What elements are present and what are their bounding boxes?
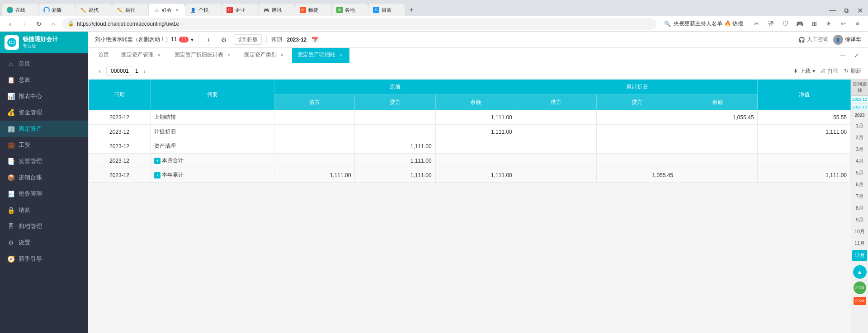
period-month-1月[interactable]: 1月 [851,120,868,132]
tab-label-7: 企业 [235,7,245,14]
period-month-4月[interactable]: 4月 [851,155,868,167]
sidebar-item-payroll[interactable]: 💼 工资 [0,137,88,153]
sidebar-item-general-ledger[interactable]: 📋 总账 [0,72,88,88]
cell-summary-0: 上期结转 [151,110,274,125]
tab-close-5[interactable]: × [174,7,180,13]
switch-version-button[interactable]: 切到旧版 [234,34,262,45]
th-accum-debit: 借方 [516,95,596,110]
brightness-icon[interactable]: ☀ [823,18,835,30]
sidebar-item-funds[interactable]: 💰 资金管理 [0,104,88,121]
period-month-5月[interactable]: 5月 [851,167,868,179]
period-month-8月[interactable]: 8月 [851,202,868,214]
forward-button[interactable]: › [19,19,30,29]
browser-tab-4[interactable]: ✏️ 易代 [112,4,148,16]
support-label: 人工咨询 [807,36,829,43]
sidebar-item-home[interactable]: ⌂ 首页 [0,56,88,72]
ledger-icon: 📋 [7,76,15,84]
app-tab-bar: 首页 固定资产管理 × 固定资产折旧统计表 × 固定资产类别 × 固定资产明细账… [88,48,868,63]
company-selector[interactable]: 刘小艳演示账套（勿删勿动！）11 11 ▾ [95,36,193,43]
period-month-9月[interactable]: 9月 [851,214,868,226]
browser-tab-11[interactable]: S 目前 [368,4,405,16]
browser-tab-8[interactable]: 🎮 腾讯 [259,4,295,16]
reload-button[interactable]: ↻ [33,19,44,29]
sidebar-item-close[interactable]: 🔒 结账 [0,202,88,218]
grid-icon[interactable]: ⊞ [808,18,820,30]
sidebar-item-archive[interactable]: 🗄 归档管理 [0,218,88,235]
translate-icon[interactable]: 译 [765,18,777,30]
period-month-3月[interactable]: 3月 [851,144,868,155]
menu-icon[interactable]: ≡ [852,18,863,30]
browser-tab-5[interactable]: ☁️ 好会 × [149,4,185,16]
sidebar-item-invoice[interactable]: 📑 发票管理 [0,153,88,169]
extension-icon[interactable]: 🛡 [779,18,791,30]
tab-home[interactable]: 首页 [93,48,114,63]
browser-tab-2[interactable]: 📄 新版 [39,4,75,16]
add-company-button[interactable]: + [203,34,214,45]
browser-tab-9[interactable]: M 畅捷 [295,4,331,16]
period-month-7月[interactable]: 7月 [851,191,868,202]
cell-orig-credit-3: 1,111.00 [355,154,435,168]
period-month-6月[interactable]: 6月 [851,179,868,191]
period-month-2月[interactable]: 2月 [851,132,868,144]
minimize-pane-button[interactable]: — [838,51,848,61]
next-record-button[interactable]: › [140,66,150,76]
new-tab-button[interactable]: + [405,4,418,16]
support-button[interactable]: 🎧 人工咨询 [798,36,829,43]
prev-record-button[interactable]: ‹ [95,66,105,76]
sidebar-item-fixed-assets[interactable]: 🏢 固定资产 [0,121,88,137]
username-text: 徐译华 [845,36,861,43]
period-month-10月[interactable]: 10月 [851,226,868,238]
tab-favicon-11: S [373,7,379,13]
scroll-up-button[interactable]: ▲ [853,265,867,279]
sidebar-item-guide[interactable]: 🧭 新手引导 [0,251,88,267]
calendar-icon[interactable]: 📅 [311,37,318,43]
maximize-pane-button[interactable]: ⤢ [851,51,861,61]
sidebar-item-settings[interactable]: ⚙ 设置 [0,235,88,251]
browser-tab-3[interactable]: ✏️ 易代 [75,4,112,16]
window-minimize[interactable]: — [827,5,839,16]
tab-fixed-asset-depreciation-close[interactable]: × [226,52,232,58]
tab-fixed-asset-mgmt[interactable]: 固定资产管理 × [116,48,168,63]
browser-tab-1[interactable]: 🌐 在线 [2,4,38,16]
funds-icon: 💰 [7,108,15,117]
window-close[interactable]: ✕ [854,5,866,16]
cell-accum-debit-2 [516,139,596,154]
print-button[interactable]: 🖨 打印 [821,67,839,75]
sidebar-item-tax[interactable]: 🧾 税务管理 [0,186,88,202]
refresh-button[interactable]: ↻ 刷新 [844,67,861,75]
history-icon[interactable]: ↩ [837,18,849,30]
sidebar-edition: 专业版 [23,43,58,49]
cell-orig-credit-2: 1,111.00 [355,139,435,154]
tab-fixed-asset-depreciation[interactable]: 固定资产折旧统计表 × [169,48,237,63]
sidebar-item-inventory[interactable]: 📦 进销台账 [0,169,88,186]
window-restore[interactable]: ⧉ [840,5,852,16]
browser-tab-6[interactable]: 👤 个税 [185,4,222,16]
browser-tab-10[interactable]: ⊞ 各地 [332,4,368,16]
period-month-12月[interactable]: 12月 [852,250,867,261]
settings-company-button[interactable]: ⚙ [218,34,229,45]
browser-tab-bar: 🌐 在线 📄 新版 ✏️ 易代 ✏️ 易代 ☁️ 好会 × 👤 个税 C 企业 [0,0,868,16]
home-button[interactable]: ⌂ [48,19,59,29]
tab-fixed-asset-detail-close[interactable]: × [338,52,344,58]
sidebar-item-reports[interactable]: 📊 报表中心 [0,88,88,104]
tab-fixed-asset-category-close[interactable]: × [279,52,285,58]
tab-fixed-asset-category[interactable]: 固定资产类别 × [239,48,291,63]
back-button[interactable]: ‹ [5,19,15,29]
browser-tab-7[interactable]: C 企业 [222,4,258,16]
year-badge-2023[interactable]: 2023 [854,281,866,294]
record-id-input[interactable] [106,66,133,76]
tab-window-controls: — ⤢ [838,51,863,61]
download-button[interactable]: ⬇ 下载 ▾ [793,67,815,75]
period-month-11月[interactable]: 11月 [851,238,868,249]
tab-fixed-asset-mgmt-close[interactable]: × [156,52,162,58]
sidebar: CJ 畅捷通好会计 专业版 ⌂ 首页 📋 总账 📊 报表中心 💰 资金管理 [0,32,88,333]
cut-icon[interactable]: ✂ [750,18,762,30]
period-month-2023[interactable]: 2023 [851,111,868,120]
download-icon: ⬇ [793,68,798,74]
game-icon[interactable]: 🎮 [794,18,806,30]
year-badge-current[interactable]: 2023 [854,297,866,305]
tab-label-8: 腾讯 [272,7,282,14]
tab-fixed-asset-detail[interactable]: 固定资产明细账 × [292,48,349,63]
user-info[interactable]: 👤 徐译华 [833,35,861,45]
address-bar[interactable]: 🔒 https://cloud.chanjet.com/accounting/u… [62,18,657,30]
